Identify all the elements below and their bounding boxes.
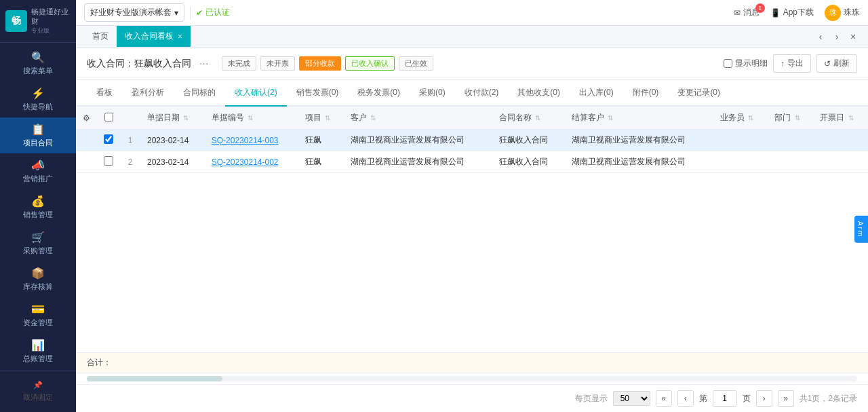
col-settle-customer: 结算客户 ⇅ [565, 107, 713, 130]
sidebar-item-marketing[interactable]: 📣营销推广 [0, 153, 76, 189]
page-label-pre: 第 [699, 393, 707, 405]
show-details-label: 显示明细 [735, 58, 768, 69]
row-settle-customer: 湖南卫视商业运营发展有限公司 [565, 151, 713, 173]
row-settle-customer: 湖南卫视商业运营发展有限公司 [565, 130, 713, 151]
close-tab-icon[interactable]: × [178, 32, 182, 41]
col-date: 单据日期 ⇅ [140, 107, 205, 130]
refresh-icon: ↺ [824, 59, 831, 69]
col-project: 项目 ⇅ [298, 107, 344, 130]
row-project: 狂飙 [298, 130, 344, 151]
row-contract-name: 狂飙收入合同 [492, 151, 565, 173]
sidebar-item-search[interactable]: 🔍搜索菜单 [0, 45, 76, 81]
scroll-thumb[interactable] [87, 376, 222, 381]
inner-tab-income_confirm[interactable]: 收入确认(2) [225, 80, 287, 107]
tabbar-navigation: ‹ › × [814, 30, 860, 43]
sidebar-item-quick-nav[interactable]: ⚡快捷导航 [0, 81, 76, 117]
more-options-icon[interactable]: ··· [199, 58, 208, 70]
inner-tab-payment[interactable]: 收付款(2) [455, 80, 509, 107]
settings-icon[interactable]: ⚙ [83, 113, 90, 123]
next-page-button[interactable]: › [756, 390, 772, 407]
status-badge-partial[interactable]: 部分收款 [299, 56, 341, 71]
page-size-select[interactable]: 2050100 [613, 391, 650, 406]
topbar-divider [190, 6, 191, 20]
sidebar-logo: 畅 畅捷通好业财 专业版 [0, 0, 76, 43]
tab-close-button[interactable]: × [846, 30, 860, 43]
sidebar-item-general-ledger[interactable]: 📊总账管理 [0, 333, 76, 369]
inner-tab-contract_standard[interactable]: 合同标的 [174, 80, 225, 107]
row-department [768, 130, 813, 151]
row-doc-no[interactable]: SQ-20230214-003 [205, 130, 298, 151]
content-area: 收入合同：狂飙收入合同 ··· 未完成未开票部分收款已收入确认已生效 显示明细 … [76, 48, 868, 412]
inner-tab-dashboard[interactable]: 看板 [87, 80, 122, 107]
page-number-input[interactable] [713, 390, 737, 407]
last-page-button[interactable]: » [778, 390, 794, 407]
refresh-label: 刷新 [833, 58, 850, 69]
show-details-checkbox[interactable]: 显示明细 [724, 58, 768, 69]
col-sales-staff: 业务员 ⇅ [713, 107, 768, 130]
home-tab[interactable]: 首页 [84, 26, 117, 47]
col-doc-no: 单据编号 ⇅ [205, 107, 298, 130]
sidebar-item-purchase[interactable]: 🛒采购管理 [0, 225, 76, 261]
check-circle-icon: ✔ [196, 8, 203, 18]
cert-status: ✔ 已认证 [196, 7, 230, 18]
inner-tab-outbound[interactable]: 出入库(0) [570, 80, 623, 107]
pin-icon: 📌 [33, 381, 43, 390]
marketing-icon: 📣 [31, 159, 45, 172]
export-button[interactable]: ↑ 导出 [773, 54, 811, 73]
message-button[interactable]: ✉ 消息 1 [734, 7, 760, 18]
row-doc-no[interactable]: SQ-20230214-002 [205, 151, 298, 173]
arm-float-button[interactable]: Arm [854, 216, 868, 243]
table-header: ⚙ 单据日期 ⇅ 单据编号 ⇅ 项目 ⇅ 客户 ⇅ 合同名称 ⇅ 结算客户 ⇅ … [76, 107, 868, 130]
scroll-track [87, 376, 857, 381]
inner-tab-attachment[interactable]: 附件(0) [623, 80, 669, 107]
cancel-pin-button[interactable]: 📌 取消固定 [3, 377, 73, 407]
inner-tab-other_income[interactable]: 其他收支(0) [508, 80, 570, 107]
row-customer: 湖南卫视商业运营发展有限公司 [344, 130, 492, 151]
sidebar-item-label: 搜索菜单 [23, 66, 53, 76]
sidebar-item-sales[interactable]: 💰销售管理 [0, 189, 76, 225]
project-contract-icon: 📋 [31, 123, 45, 136]
prev-page-button[interactable]: ‹ [677, 390, 694, 407]
capital-icon: 💳 [31, 303, 45, 316]
avatar-circle: 珠 [825, 5, 841, 21]
show-details-input[interactable] [724, 59, 732, 68]
inner-tab-sales_invoice[interactable]: 销售发票(0) [287, 80, 349, 107]
user-avatar[interactable]: 珠 珠珠 [825, 5, 860, 21]
sidebar-item-capital[interactable]: 💳资金管理 [0, 297, 76, 333]
tab-prev-button[interactable]: ‹ [814, 30, 827, 43]
company-selector[interactable]: 好业财专业版演示帐套 ▾ [84, 3, 184, 22]
row-contract-name: 狂飙收入合同 [492, 130, 565, 151]
app-logo-icon: 畅 [5, 10, 27, 32]
sidebar-item-project-contract[interactable]: 📋项目合同 [0, 117, 76, 153]
inner-tab-profit[interactable]: 盈利分析 [122, 80, 174, 107]
inventory-icon: 📦 [31, 267, 45, 280]
col-check [97, 107, 120, 130]
status-badge-confirmed[interactable]: 已收入确认 [345, 56, 395, 71]
table-row[interactable]: 2 2023-02-14 SQ-20230214-002 狂飙 湖南卫视商业运营… [76, 151, 868, 173]
sidebar-item-label: 采购管理 [23, 246, 53, 256]
inner-tab-change_log[interactable]: 变更记录(0) [668, 80, 730, 107]
inner-tab-purchase[interactable]: 采购(0) [410, 80, 455, 107]
tab-next-button[interactable]: › [830, 30, 844, 43]
status-badge-incomplete[interactable]: 未完成 [222, 56, 256, 71]
status-badge-no-invoice[interactable]: 未开票 [260, 56, 295, 71]
refresh-button[interactable]: ↺ 刷新 [816, 54, 857, 73]
select-all-checkbox[interactable] [104, 113, 113, 121]
row-check[interactable] [97, 130, 120, 151]
app-download-button[interactable]: 📱 App下载 [770, 7, 814, 18]
active-tab[interactable]: 收入合同看板 × [117, 26, 191, 47]
topbar: 好业财专业版演示帐套 ▾ ✔ 已认证 ✉ 消息 1 📱 App下载 珠 珠珠 [76, 0, 868, 26]
main-area: 好业财专业版演示帐套 ▾ ✔ 已认证 ✉ 消息 1 📱 App下载 珠 珠珠 [76, 0, 868, 412]
sidebar-item-label: 销售管理 [23, 210, 53, 220]
row-check[interactable] [97, 151, 120, 173]
sidebar-item-inventory[interactable]: 📦库存核算 [0, 261, 76, 297]
contract-header-label: 收入合同：狂飙收入合同 [87, 58, 191, 70]
message-badge: 1 [755, 3, 765, 13]
chevron-down-icon: ▾ [174, 8, 178, 18]
status-badge-effective[interactable]: 已生效 [399, 56, 433, 71]
total-label: 合计： [87, 357, 111, 369]
table-row[interactable]: 1 2023-02-14 SQ-20230214-003 狂飙 湖南卫视商业运营… [76, 130, 868, 151]
inner-tab-tax_invoice[interactable]: 税务发票(0) [348, 80, 410, 107]
row-customer: 湖南卫视商业运营发展有限公司 [344, 151, 492, 173]
first-page-button[interactable]: « [656, 390, 672, 407]
